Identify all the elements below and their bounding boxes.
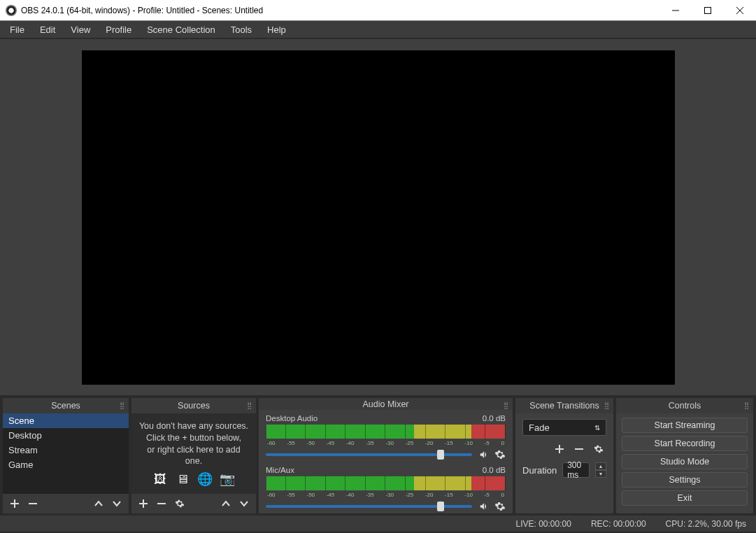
mixer-title: Audio Mixer — [363, 399, 409, 409]
close-button[interactable] — [724, 0, 756, 21]
display-source-icon: 🖥 — [173, 471, 192, 487]
mixer-channel-name: Desktop Audio — [266, 414, 318, 422]
speaker-icon[interactable] — [478, 450, 490, 460]
image-source-icon: 🖼 — [151, 471, 169, 487]
window-title: OBS 24.0.1 (64-bit, windows) - Profile: … — [21, 6, 263, 15]
menu-bar: File Edit View Profile Scene Collection … — [0, 21, 756, 39]
camera-source-icon: 📷 — [218, 471, 236, 487]
mixer-volume-slider[interactable] — [266, 505, 472, 508]
menu-scene-collection[interactable]: Scene Collection — [140, 22, 222, 37]
dock-grip-icon[interactable]: ⣿ — [247, 401, 252, 409]
transition-select[interactable]: Fade ⇅ — [522, 419, 606, 436]
audio-mixer-dock: Audio Mixer⣿ Desktop Audio 0.0 dB -60-55… — [259, 398, 513, 513]
scene-remove-button[interactable] — [25, 496, 41, 511]
dock-grip-icon[interactable]: ⣿ — [744, 401, 749, 409]
transitions-dock: Scene Transitions⣿ Fade ⇅ Duration 300 m… — [515, 398, 613, 513]
controls-title: Controls — [669, 401, 701, 411]
scene-item[interactable]: Stream — [3, 443, 129, 457]
status-rec: REC: 00:00:00 — [591, 519, 646, 529]
studio-mode-button[interactable]: Studio Mode — [622, 454, 748, 469]
window-titlebar: OBS 24.0.1 (64-bit, windows) - Profile: … — [0, 0, 756, 21]
mixer-channel-level: 0.0 dB — [483, 466, 506, 474]
menu-help[interactable]: Help — [260, 22, 293, 37]
sources-empty-text: You don't have any sources. — [139, 420, 248, 432]
browser-source-icon: 🌐 — [196, 471, 214, 487]
exit-button[interactable]: Exit — [622, 490, 748, 506]
transition-add-button[interactable] — [552, 441, 567, 457]
gear-icon[interactable] — [494, 449, 506, 460]
mixer-db-scale: -60-55-50-45-40-35-30-25-20-15-10-50 — [266, 492, 506, 498]
mixer-channel-name: Mic/Aux — [266, 466, 294, 474]
mixer-meter — [266, 424, 506, 439]
preview-area — [0, 39, 756, 395]
sources-empty-text: Click the + button below, — [146, 432, 241, 444]
transition-remove-button[interactable] — [571, 441, 587, 457]
chevron-updown-icon: ⇅ — [594, 424, 600, 432]
duration-input[interactable]: 300 ms — [562, 462, 590, 478]
menu-edit[interactable]: Edit — [33, 22, 62, 37]
scene-add-button[interactable] — [7, 496, 22, 511]
transitions-title: Scene Transitions — [529, 401, 599, 411]
mixer-channel-desktop: Desktop Audio 0.0 dB -60-55-50-45-40-35-… — [266, 414, 506, 460]
transition-properties-button[interactable] — [591, 441, 606, 457]
start-streaming-button[interactable]: Start Streaming — [622, 418, 748, 433]
menu-view[interactable]: View — [64, 22, 97, 37]
mixer-db-scale: -60-55-50-45-40-35-30-25-20-15-10-50 — [266, 440, 506, 446]
svg-rect-1 — [705, 7, 711, 13]
scene-item[interactable]: Desktop — [3, 428, 129, 443]
status-live: LIVE: 00:00:00 — [515, 519, 571, 529]
mixer-volume-slider[interactable] — [266, 453, 472, 456]
start-recording-button[interactable]: Start Recording — [622, 436, 748, 451]
speaker-icon[interactable] — [478, 502, 490, 511]
menu-profile[interactable]: Profile — [99, 22, 138, 37]
scene-up-button[interactable] — [91, 496, 106, 511]
scenes-title: Scenes — [51, 401, 80, 411]
menu-tools[interactable]: Tools — [224, 22, 259, 37]
preview-canvas[interactable] — [82, 50, 675, 385]
mixer-channel-level: 0.0 dB — [483, 414, 506, 422]
sources-title: Sources — [178, 401, 210, 411]
source-add-button[interactable] — [136, 496, 151, 511]
settings-button[interactable]: Settings — [622, 472, 748, 488]
dock-grip-icon[interactable]: ⣿ — [504, 401, 508, 409]
status-cpu: CPU: 2.2%, 30.00 fps — [666, 519, 746, 529]
gear-icon[interactable] — [494, 501, 506, 512]
sources-empty-text: or right click here to add one. — [138, 444, 249, 468]
minimize-button[interactable] — [659, 0, 692, 21]
duration-label: Duration — [522, 465, 557, 476]
duration-up-button[interactable]: ▲ — [595, 462, 606, 470]
scenes-dock: Scenes⣿ Scene Desktop Stream Game — [3, 398, 129, 513]
status-bar: LIVE: 00:00:00 REC: 00:00:00 CPU: 2.2%, … — [0, 515, 756, 532]
sources-dock: Sources⣿ You don't have any sources. Cli… — [131, 398, 256, 513]
transition-selected: Fade — [529, 422, 550, 433]
maximize-button[interactable] — [692, 0, 724, 21]
obs-logo-icon — [6, 5, 17, 16]
scenes-list[interactable]: Scene Desktop Stream Game — [3, 413, 129, 494]
scene-item[interactable]: Scene — [3, 413, 129, 428]
sources-empty-area[interactable]: You don't have any sources. Click the + … — [131, 413, 256, 494]
scene-item[interactable]: Game — [3, 457, 129, 472]
controls-dock: Controls⣿ Start Streaming Start Recordin… — [616, 398, 753, 513]
scene-down-button[interactable] — [109, 496, 124, 511]
source-down-button[interactable] — [236, 496, 252, 511]
mixer-meter — [266, 476, 506, 491]
source-remove-button[interactable] — [154, 496, 169, 511]
source-up-button[interactable] — [218, 496, 234, 511]
menu-file[interactable]: File — [3, 22, 31, 37]
dock-grip-icon[interactable]: ⣿ — [120, 401, 124, 409]
duration-down-button[interactable]: ▼ — [595, 470, 606, 478]
dock-grip-icon[interactable]: ⣿ — [604, 401, 609, 409]
source-properties-button[interactable] — [172, 496, 187, 511]
mixer-channel-mic: Mic/Aux 0.0 dB -60-55-50-45-40-35-30-25-… — [266, 466, 506, 512]
